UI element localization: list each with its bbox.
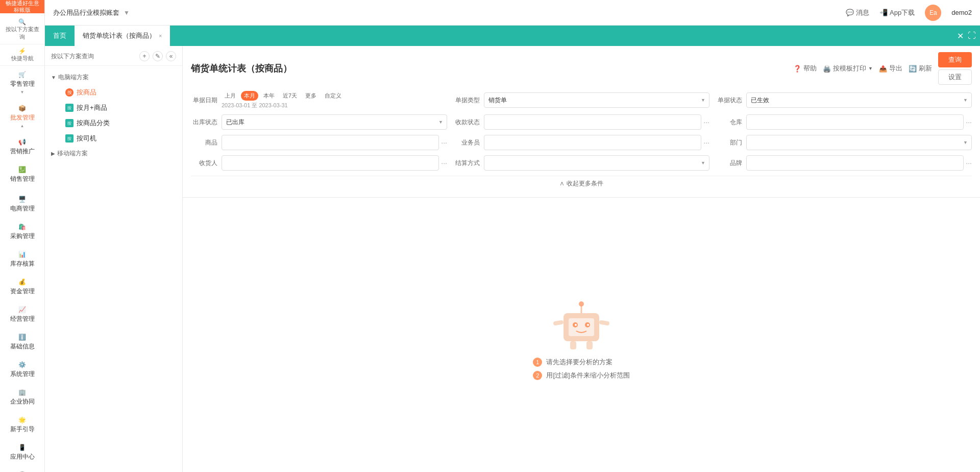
sidebar-nav-shortcut[interactable]: ⚡ 快捷导航 — [0, 44, 44, 66]
empty-tips: 1 请先选择要分析的方案 2 用[过滤]条件来缩小分析范围 — [533, 358, 629, 380]
svg-rect-1 — [569, 318, 594, 336]
tree-collapse-icon: ▶ — [51, 151, 55, 156]
warehouse-dots[interactable]: ··· — [966, 118, 972, 126]
print-btn[interactable]: 🖨️ 按模板打印 ▼ — [823, 64, 873, 73]
sidebar-item-finance[interactable]: 💰 资金管理 — [0, 273, 44, 301]
close-window-icon[interactable]: ✕ — [957, 31, 964, 41]
app-logo-text: 畅捷通好生意 标账版 — [6, 0, 39, 13]
sidebar-item-enterprise[interactable]: 🏢 企业协同 — [0, 384, 44, 411]
collapse-panel-btn[interactable]: « — [166, 51, 176, 61]
product-label: 商品 — [191, 138, 217, 147]
payment-label: 结算方式 — [453, 159, 480, 168]
system-icon: ⚙️ — [18, 361, 26, 368]
svg-point-5 — [587, 324, 589, 326]
tree-item-by-month-product[interactable]: 按 按月+商品 — [53, 100, 178, 115]
sidebar-item-appcenter[interactable]: 📱 应用中心 — [0, 439, 44, 466]
outstatus-control: 已出库 — [222, 114, 447, 130]
docstatus-select[interactable]: 已生效 — [746, 92, 972, 108]
outstatus-select[interactable]: 已出库 — [222, 114, 447, 130]
receiver-input[interactable] — [222, 155, 439, 171]
tree-item-by-category[interactable]: 按 按商品分类 — [53, 115, 178, 131]
salesperson-input[interactable] — [484, 135, 701, 150]
brand-dots[interactable]: ··· — [966, 159, 972, 167]
message-btn[interactable]: 💬 消息 — [846, 8, 869, 17]
topbar-right: 💬 消息 📲 App下载 Ea demo2 — [846, 5, 972, 21]
tabbar: 首页 销货单统计表（按商品） × ✕ ⛶ — [45, 26, 980, 46]
app-download-btn[interactable]: 📲 App下载 — [879, 8, 915, 17]
tree-item-by-driver[interactable]: 按 按司机 — [53, 131, 178, 146]
sidebar-logo[interactable]: 畅捷通好生意 标账版 — [0, 0, 44, 13]
salesperson-label: 业务员 — [453, 138, 480, 147]
date-tab-thisyear[interactable]: 本年 — [260, 91, 278, 101]
docstatus-label: 单据状态 — [716, 96, 742, 105]
tree-group-pc-header[interactable]: ▼ 电脑端方案 — [49, 70, 178, 85]
sidebar-item-corpwechat[interactable]: 💬 企业微信 — [0, 466, 44, 472]
ecommerce-icon: 🖥️ — [18, 196, 26, 203]
product-dots[interactable]: ··· — [441, 138, 447, 147]
brand-input[interactable] — [746, 155, 964, 171]
sidebar-item-operation[interactable]: 📈 经营管理 — [0, 301, 44, 328]
chevron-up-icon: ▲ — [20, 124, 24, 128]
date-tab-lastmonth[interactable]: 上月 — [222, 91, 239, 101]
refresh-btn[interactable]: 🔄 刷新 — [909, 64, 932, 73]
collapse-bar[interactable]: ∧ 收起更多条件 — [191, 176, 972, 191]
settings-btn[interactable]: 设置 — [938, 69, 972, 85]
salesperson-dots[interactable]: ··· — [703, 138, 709, 147]
help-btn[interactable]: ❓ 帮助 — [793, 64, 817, 73]
edit-scheme-btn[interactable]: ✎ — [153, 51, 163, 61]
refresh-icon: 🔄 — [909, 65, 917, 73]
topbar-left: 办公用品行业模拟账套 ▼ — [53, 8, 130, 17]
filter-field-dept: 部门 — [716, 135, 972, 150]
sales-icon: 💹 — [18, 166, 26, 173]
sidebar-item-retail[interactable]: 🛒 零售管理 ▼ — [0, 66, 44, 100]
wholesale-icon: 📦 — [18, 105, 26, 112]
date-tab-custom[interactable]: 自定义 — [322, 91, 345, 101]
tree-item-by-product[interactable]: 按 按商品 — [53, 85, 178, 100]
svg-point-9 — [579, 301, 584, 306]
product-input[interactable] — [222, 135, 439, 150]
add-scheme-btn[interactable]: + — [139, 51, 150, 61]
date-tabs: 上月 本月 本年 近7天 更多 自定义 — [222, 91, 447, 101]
date-tab-7days[interactable]: 近7天 — [280, 91, 300, 101]
warehouse-input[interactable] — [746, 114, 964, 130]
topbar: 办公用品行业模拟账套 ▼ 💬 消息 📲 App下载 Ea demo2 — [45, 0, 980, 26]
sidebar-item-inventory[interactable]: 📊 库存核算 — [0, 246, 44, 273]
tree-group-mobile-header[interactable]: ▶ 移动端方案 — [49, 146, 178, 161]
maximize-window-icon[interactable]: ⛶ — [968, 31, 976, 40]
tree-group-mobile: ▶ 移动端方案 — [45, 146, 182, 161]
sidebar-item-basicinfo[interactable]: ℹ️ 基础信息 — [0, 328, 44, 356]
dept-select[interactable] — [746, 135, 972, 150]
payment-select[interactable] — [484, 155, 709, 171]
sidebar-item-ecommerce[interactable]: 🖥️ 电商管理 — [0, 191, 44, 218]
date-tab-more[interactable]: 更多 — [302, 91, 320, 101]
receiptstatus-dots[interactable]: ··· — [703, 118, 709, 126]
date-label: 单据日期 — [191, 96, 217, 105]
sidebar-item-newbie[interactable]: 🌟 新手引导 — [0, 411, 44, 439]
sidebar-search[interactable]: 🔍 按以下方案查询 — [0, 13, 44, 44]
sidebar-item-sales[interactable]: 💹 销售管理 — [0, 161, 44, 188]
receiptstatus-input[interactable] — [484, 114, 701, 130]
tab-close-icon[interactable]: × — [159, 33, 162, 39]
tab-home[interactable]: 首页 — [45, 26, 75, 46]
svg-rect-11 — [586, 341, 593, 349]
query-btn[interactable]: 查询 — [938, 52, 972, 67]
user-avatar[interactable]: Ea — [925, 5, 941, 21]
sidebar-item-system[interactable]: ⚙️ 系统管理 — [0, 356, 44, 384]
industry-dropdown-icon[interactable]: ▼ — [124, 9, 130, 16]
warehouse-control: ··· — [746, 114, 972, 130]
sidebar-item-wholesale[interactable]: 📦 批发管理 ▲ — [0, 100, 44, 133]
filter-field-docstatus: 单据状态 已生效 — [716, 91, 972, 109]
doctype-select[interactable]: 销货单 — [484, 92, 709, 108]
date-tab-thismonth[interactable]: 本月 — [241, 91, 258, 101]
dept-label: 部门 — [716, 138, 742, 147]
warehouse-label: 仓库 — [716, 118, 742, 127]
filter-field-brand: 品牌 ··· — [716, 155, 972, 171]
date-control: 上月 本月 本年 近7天 更多 自定义 2023-03-01 至 2023-03… — [222, 91, 447, 109]
filter-row-3: 商品 ··· 业务员 ··· 部门 — [191, 135, 972, 150]
sidebar-item-purchase[interactable]: 🛍️ 采购管理 — [0, 218, 44, 246]
export-btn[interactable]: 📤 导出 — [879, 64, 902, 73]
tab-sales-stats[interactable]: 销货单统计表（按商品） × — [75, 26, 170, 46]
tree-item-icon-driver: 按 — [65, 134, 74, 143]
receiver-dots[interactable]: ··· — [441, 159, 447, 167]
sidebar-item-marketing[interactable]: 📢 营销推广 — [0, 133, 44, 161]
